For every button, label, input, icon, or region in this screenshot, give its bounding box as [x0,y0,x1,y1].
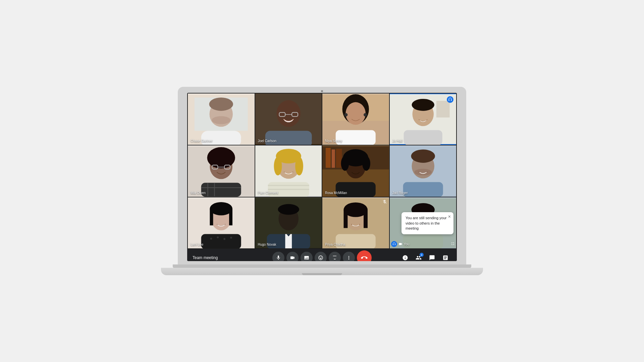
reactions-button[interactable] [315,252,327,261]
video-tile-11[interactable]: Priya Chadha [322,197,389,249]
svg-point-57 [414,169,432,175]
participant-name-4: Jo Hall [392,139,403,143]
svg-rect-25 [404,130,442,145]
svg-point-56 [411,149,435,163]
screen: Chase Gartner [187,93,457,261]
svg-point-65 [210,238,212,240]
participant-name-5: Mia Owen [191,191,206,195]
chat-button[interactable] [426,252,438,261]
participant-name-9: Lani Lee [191,243,203,246]
svg-point-71 [278,204,299,215]
svg-point-8 [276,100,300,127]
active-speaker-indicator [447,96,453,103]
you-mic-button[interactable] [391,241,397,247]
svg-point-28 [207,147,235,169]
video-tile-9[interactable]: Lani Lee [188,197,255,249]
laptop: Chase Gartner [178,87,466,276]
svg-point-51 [341,156,349,171]
participant-name-11: Priya Chadha [325,243,345,246]
participant-name-8: Jad Roger [392,191,408,195]
people-button[interactable]: 2 [413,252,425,261]
video-tile-5[interactable]: Mia Owen [188,145,255,197]
you-expand-icon[interactable] [451,242,455,247]
video-tile-12[interactable]: × You are still sending your video to ot… [390,197,457,249]
participant-name-1: Chase Gartner [191,139,213,143]
participant-name-3: Niya Sunny [325,139,342,143]
laptop-base [161,268,483,275]
laptop-hinge [173,264,471,268]
svg-rect-58 [403,182,443,197]
camera-dot [321,90,323,92]
captions-button[interactable] [301,252,313,261]
svg-rect-46 [326,148,331,168]
video-tile-3[interactable]: Niya Sunny [322,94,389,145]
info-button[interactable] [399,252,411,261]
svg-point-66 [217,236,219,238]
svg-point-40 [295,157,303,175]
svg-rect-64 [201,234,241,249]
svg-rect-32 [201,183,241,197]
video-grid: Chase Gartner [187,93,457,249]
participant-name-2: Joel Carlson [258,139,277,143]
notification-text: You are still sending your video to othe… [406,216,447,230]
svg-rect-22 [436,101,449,118]
video-tile-2[interactable]: Joel Carlson [255,94,322,145]
laptop-screen-shell: Chase Gartner [178,87,466,265]
controls-right: 2 [399,252,451,261]
video-tile-7[interactable]: Rosa McMillan [322,145,389,197]
svg-point-67 [223,238,225,240]
present-button[interactable] [329,252,341,261]
svg-point-52 [362,156,370,171]
you-bar: You [391,241,455,247]
participant-name-10: Hugo Novak [258,243,276,246]
svg-rect-63 [229,208,232,225]
svg-rect-78 [344,209,348,228]
participant-name-6: Pam Clement [258,191,278,195]
meeting-name: Team meeting [193,255,218,260]
svg-rect-79 [364,209,368,228]
video-tile-4[interactable]: Jo Hall [390,94,457,145]
you-cam-icon [398,242,402,246]
activities-button[interactable] [439,252,451,261]
svg-point-61 [210,202,232,215]
svg-rect-47 [332,149,335,168]
end-call-button[interactable] [357,250,372,261]
people-badge: 2 [420,253,424,257]
svg-point-17 [345,102,366,125]
you-label: You [404,242,410,246]
svg-point-18 [344,113,348,116]
notification-tooltip: × You are still sending your video to ot… [401,212,453,234]
svg-point-19 [364,113,367,116]
mute-indicator-11 [382,199,387,205]
svg-point-24 [412,99,434,111]
svg-point-39 [274,157,282,175]
video-tile-1[interactable]: Chase Gartner [188,94,255,145]
svg-point-4 [212,116,230,124]
more-options-button[interactable] [343,252,355,261]
svg-rect-62 [210,208,213,225]
controls-center [272,250,372,261]
camera-button[interactable] [286,252,299,261]
control-bar: Team meeting [187,249,457,261]
microphone-button[interactable] [272,252,284,261]
close-notification[interactable]: × [448,214,451,219]
svg-point-68 [230,237,232,239]
svg-point-3 [209,98,233,111]
video-tile-6[interactable]: Pam Clement [255,145,322,197]
participant-name-7: Rosa McMillan [325,191,347,195]
video-tile-8[interactable]: Jad Roger [390,145,457,197]
video-tile-10[interactable]: Hugo Novak [255,197,322,249]
